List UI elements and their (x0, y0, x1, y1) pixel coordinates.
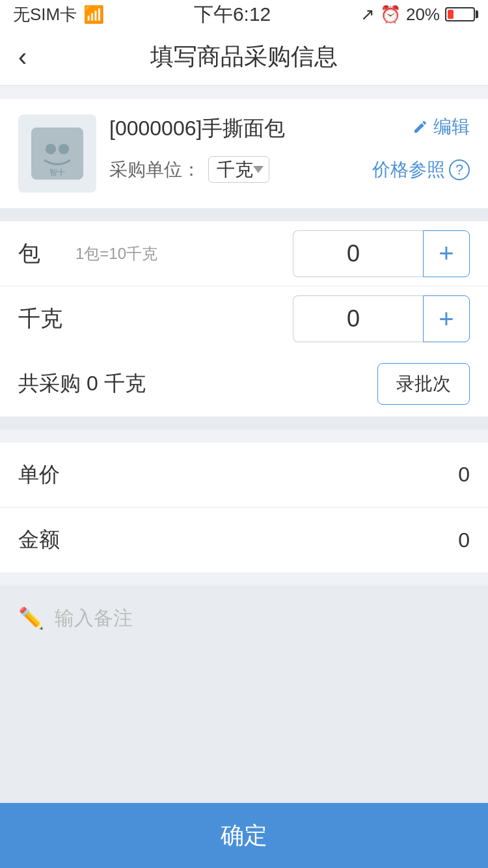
note-placeholder: 输入备注 (55, 605, 133, 632)
confirm-button[interactable]: 确定 (0, 803, 488, 868)
total-section: 共采购 0 千克 录批次 (0, 351, 488, 416)
svg-point-1 (59, 144, 69, 154)
bag-sublabel: 1包=10千克 (75, 243, 293, 264)
product-card: 智十 [0000006]手撕面包 编辑 采购单位： 千克 价格参照 ? (0, 99, 488, 208)
battery-icon (445, 7, 475, 21)
page-title: 填写商品采购信息 (150, 41, 338, 73)
help-icon: ? (449, 159, 470, 180)
svg-text:智十: 智十 (49, 168, 65, 176)
amount-label: 金额 (18, 526, 60, 554)
status-right: ↗ ⏰ 20% (360, 5, 475, 25)
bag-input[interactable] (293, 230, 423, 277)
edit-button[interactable]: 编辑 (413, 115, 470, 139)
svg-point-0 (46, 144, 56, 154)
product-image: 智十 (18, 115, 96, 193)
wifi-icon: 📶 (83, 5, 104, 25)
section-divider-1 (0, 208, 488, 221)
kg-input[interactable] (293, 295, 423, 342)
unit-price-value: 0 (458, 463, 470, 487)
kg-label: 千克 (18, 304, 70, 334)
location-icon: ↗ (360, 5, 375, 25)
unit-price-label: 单价 (18, 461, 60, 489)
kg-input-wrapper: + (293, 295, 470, 342)
bag-plus-button[interactable]: + (423, 230, 470, 277)
product-info: [0000006]手撕面包 编辑 采购单位： 千克 价格参照 ? (109, 115, 470, 183)
alarm-icon: ⏰ (380, 5, 401, 25)
unit-price-row: 单价 0 (0, 442, 488, 508)
bag-label: 包 (18, 239, 70, 269)
unit-label: 采购单位： (109, 157, 200, 182)
unit-select[interactable]: 千克 (208, 156, 269, 183)
product-logo: 智十 (31, 128, 83, 180)
battery-percent: 20% (406, 5, 440, 25)
back-button[interactable]: ‹ (18, 42, 27, 72)
section-divider-2 (0, 416, 488, 429)
product-unit-row: 采购单位： 千克 价格参照 ? (109, 156, 470, 183)
price-section: 单价 0 金额 0 (0, 442, 488, 573)
input-section: 包 1包=10千克 + 千克 + (0, 221, 488, 351)
status-bar: 无SIM卡 📶 下午6:12 ↗ ⏰ 20% (0, 0, 488, 29)
carrier-label: 无SIM卡 (13, 3, 77, 26)
product-header: [0000006]手撕面包 编辑 (109, 115, 470, 143)
kg-plus-button[interactable]: + (423, 295, 470, 342)
kg-input-row: 千克 + (0, 286, 488, 351)
amount-value: 0 (458, 528, 470, 552)
bag-input-wrapper: + (293, 230, 470, 277)
product-name: [0000006]手撕面包 (109, 115, 285, 143)
bag-input-row: 包 1包=10千克 + (0, 221, 488, 286)
batch-button[interactable]: 录批次 (377, 363, 470, 405)
status-time: 下午6:12 (194, 1, 271, 28)
total-text: 共采购 0 千克 (18, 370, 146, 398)
price-ref-button[interactable]: 价格参照 ? (372, 157, 470, 182)
status-left: 无SIM卡 📶 (13, 3, 104, 26)
amount-row: 金额 0 (0, 508, 488, 573)
nav-bar: ‹ 填写商品采购信息 (0, 29, 488, 86)
note-section[interactable]: ✏️ 输入备注 (0, 586, 488, 651)
pencil-icon: ✏️ (18, 606, 44, 631)
